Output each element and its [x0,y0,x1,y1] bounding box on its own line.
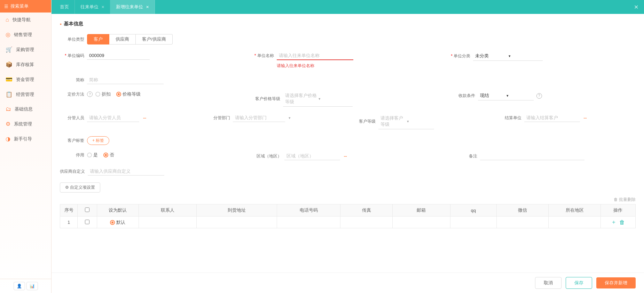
row-default-radio[interactable] [110,220,115,225]
manager-more-icon[interactable]: ··· [142,114,147,122]
unit-type-supplier-btn[interactable]: 供应商 [109,34,136,44]
tab-new-partner-label: 新增往来单位 [116,4,143,10]
sidebar-search[interactable]: ☰ 搜索菜单 [0,0,51,13]
sidebar-item-system[interactable]: ⚙ 系统管理 [0,116,51,131]
pricing-radio-group: 折扣 价格等级 [95,91,141,97]
row-phone-input[interactable] [293,220,324,225]
row-contact-cell [139,217,196,228]
cancel-button[interactable]: 取消 [535,277,561,289]
abbr-label: 简称 [60,77,84,83]
sidebar-item-label: 库存核算 [16,62,34,68]
tab-home-label: 首页 [60,4,69,10]
customer-level-arrow-icon: ▾ [407,119,432,124]
sidebar-item-inventory[interactable]: 📦 库存核算 [0,57,51,72]
payment-help-icon[interactable]: ? [536,93,542,99]
payment-terms-select[interactable]: 现结 ▾ [478,91,534,100]
pricing-radio-discount[interactable]: 折扣 [95,91,111,97]
col-default: 设为默认 [97,204,139,217]
section-icon: ▪ [60,21,62,27]
form-content: ▪ 基本信息 单位类型 客户 供应商 客户/供应商 单位编码 单位名称 [52,14,644,272]
select-all-checkbox[interactable] [85,207,89,212]
manager-label: 分管人员 [60,115,84,121]
unit-category-select[interactable]: 未分类 ▾ [473,51,543,61]
pricing-row: 定价方法 ? 折扣 价格等级 客户价格等级 请选择客户价格等级 [60,91,636,107]
sidebar-item-quick-nav[interactable]: ⌂ 快捷导航 [0,13,51,27]
abbr-input[interactable] [87,76,164,84]
region-input[interactable] [284,152,340,160]
remarks-input[interactable] [480,152,584,160]
pricing-method-label: 定价方法 [60,91,84,97]
remarks-field: 备注 [453,152,636,160]
disabled-radio-yes[interactable]: 是 [87,152,98,158]
unit-type-customer-btn[interactable]: 客户 [87,34,109,44]
manager-input[interactable] [87,114,139,122]
guide-icon: ◑ [6,136,10,142]
tab-partners-close[interactable]: ✕ [101,5,104,9]
customer-level-placeholder: 请选择客户等级 [380,115,406,128]
sidebar-item-purchase[interactable]: 🛒 采购管理 [0,42,51,57]
section-title-text: 基本信息 [64,21,83,27]
save-button[interactable]: 保存 [566,277,592,289]
row-fax-input[interactable] [354,220,379,225]
row-email-input[interactable] [407,220,435,225]
add-tag-button[interactable]: + 标签 [87,136,109,145]
region-field: 区域（地区） ··· [257,152,439,160]
col-checkbox [78,204,97,217]
customer-price-level-select[interactable]: 请选择客户价格等级 ▾ [283,91,353,107]
tab-partners[interactable]: 往来单位 ✕ [75,0,110,14]
pricing-help-icon[interactable]: ? [87,91,93,97]
sidebar-item-sales[interactable]: ◎ 销售管理 [0,27,51,42]
purchase-icon: 🛒 [6,46,13,53]
search-icon: ☰ [4,4,8,9]
pricing-method-field: 定价方法 ? 折扣 价格等级 [60,91,245,97]
sidebar-item-operations[interactable]: 📋 经营管理 [0,87,51,102]
settlement-input[interactable] [524,114,580,122]
pricing-radio-level[interactable]: 价格等级 [116,91,141,97]
tab-home[interactable]: 首页 [54,0,75,14]
col-action: 操作 [600,204,635,217]
dept-input[interactable] [233,114,285,122]
row-seq: 1 [60,217,78,228]
settlement-more-icon[interactable]: ··· [583,114,587,122]
row-wechat-input[interactable] [510,220,535,225]
unit-type-row: 单位类型 客户 供应商 客户/供应商 [60,34,636,44]
table-body: 1 默认 [60,217,636,228]
batch-delete-button[interactable]: 🗑 批量删除 [614,197,636,203]
unit-type-both-btn[interactable]: 客户/供应商 [136,34,173,44]
sidebar-item-basic[interactable]: 🗂 基础信息 [0,102,51,116]
row-checkbox[interactable] [85,220,89,224]
col-wechat: 微信 [496,204,548,217]
unit-code-input[interactable] [87,51,150,60]
dept-arrow-icon: ▾ [289,116,291,120]
manager-row: 分管人员 ··· 分管部门 ▾ 客户等级 请选择客户等级 ▾ 结算单位 ··· [60,114,636,129]
save-new-button[interactable]: 保存并新增 [596,277,636,288]
row-wechat-cell [496,217,548,228]
sidebar-stats-btn[interactable]: 📊 [26,282,38,290]
sidebar-item-guide[interactable]: ◑ 新手引导 [0,131,51,146]
row-delete-icon[interactable]: 🗑 [619,219,625,226]
manager-field: 分管人员 ··· [60,114,199,122]
tab-new-partner[interactable]: 新增往来单位 ✕ [110,0,155,14]
row-contact-input[interactable] [154,220,181,225]
row-region-input[interactable] [563,220,587,225]
tabs-close-all-btn[interactable]: ✕ [631,4,641,10]
row-add-icon[interactable]: ＋ [611,219,616,226]
sidebar-item-label: 系统管理 [14,121,32,127]
customer-level-select[interactable]: 请选择客户等级 ▾ [378,114,434,129]
disabled-label: 停用 [60,152,84,158]
row-address-input[interactable] [216,220,258,225]
row-qq-input[interactable] [463,220,484,225]
sidebar-bottom: 👤 📊 [0,279,51,293]
no-radio-label: 否 [110,152,114,158]
supplier-custom-input[interactable] [88,167,164,176]
custom-settings-button[interactable]: ⚙ 自定义项设置 [60,182,100,193]
unit-name-input[interactable] [277,51,353,60]
disabled-radio-no[interactable]: 否 [103,152,114,158]
sidebar-item-finance[interactable]: 💳 资金管理 [0,72,51,87]
tab-new-partner-close[interactable]: ✕ [146,5,149,9]
region-more-icon[interactable]: ··· [343,153,347,160]
discount-radio-label: 折扣 [102,91,111,97]
unit-name-field: 单位名称 请输入往来单位名称 [250,51,439,69]
sidebar-user-btn[interactable]: 👤 [14,282,25,290]
tags-label: 客户标签 [60,138,84,144]
